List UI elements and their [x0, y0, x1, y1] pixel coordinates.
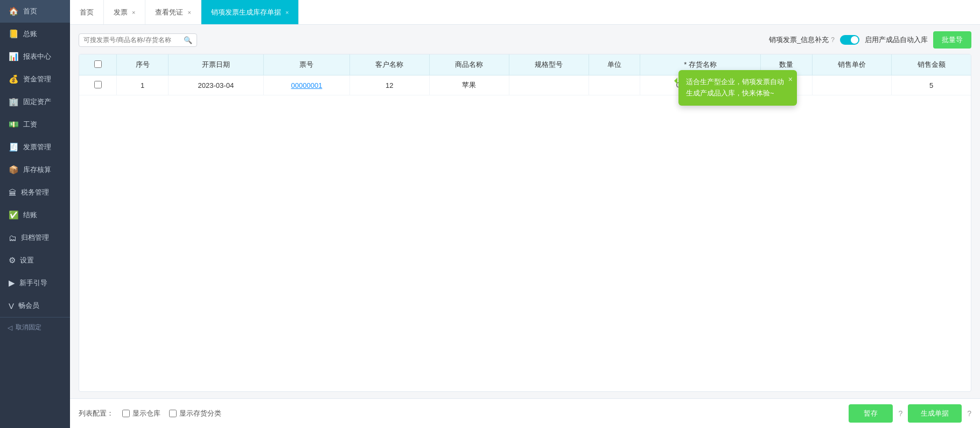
bottom-bar: 列表配置： 显示仓库 显示存货分类 暂存 ? 生成单据 ? [70, 398, 980, 428]
sidebar-item-ledger[interactable]: 📒总账 [0, 23, 70, 45]
tax-icon: 🏛 [9, 188, 17, 197]
col-header-spec: 规格型号 [509, 54, 589, 75]
info-label: 销项发票_信息补充 ? [769, 35, 835, 45]
sidebar-item-tax[interactable]: 🏛税务管理 [0, 181, 70, 204]
settings-icon: ⚙ [9, 256, 16, 265]
cell-number-0[interactable]: 00000001 [264, 75, 350, 95]
col-header-seq: 序号 [117, 54, 168, 75]
main-area: 首页发票×查看凭证×销项发票生成库存单据× 🔍 销项发票_信息补充 ? 启用产成… [70, 0, 980, 428]
close-icon: ✅ [9, 210, 19, 220]
generate-button[interactable]: 生成单据 [908, 404, 962, 423]
sidebar-item-reports[interactable]: 📊报表中心 [0, 45, 70, 68]
search-box[interactable]: 🔍 [79, 33, 197, 47]
member-icon: V [9, 301, 14, 310]
tab-close-invoice[interactable]: × [132, 9, 135, 16]
content-area: 🔍 销项发票_信息补充 ? 启用产成品自动入库 批量导 序号开票日期票号客户名称… [70, 25, 980, 398]
cell-date-0: 2023-03-04 [168, 75, 263, 95]
show-category-checkbox[interactable] [169, 410, 177, 417]
guide-icon: ▶ [9, 278, 15, 288]
tab-close-cancel-invoice[interactable]: × [285, 9, 289, 16]
col-header-unit: 单位 [589, 54, 640, 75]
toggle-label: 启用产成品自动入库 [865, 35, 928, 45]
archive-icon: 🗂 [9, 233, 17, 243]
table-row: 12023-03-040000000112苹果000001 苹果 个5 [79, 75, 971, 95]
home-icon: 🏠 [9, 6, 19, 16]
show-category-check[interactable]: 显示存货分类 [169, 409, 221, 418]
info-icon[interactable]: ? [831, 36, 835, 44]
tooltip-close-button[interactable]: × [788, 73, 793, 85]
config-label: 列表配置： [79, 409, 114, 418]
sidebar: 🏠首页📒总账📊报表中心💰资金管理🏢固定资产💵工资🧾发票管理📦库存核算🏛税务管理✅… [0, 0, 70, 428]
toolbar-left: 🔍 [79, 33, 197, 47]
cell-cost_price-0 [812, 75, 892, 95]
sidebar-item-funds[interactable]: 💰资金管理 [0, 68, 70, 91]
sidebar-item-close[interactable]: ✅结账 [0, 204, 70, 226]
search-icon: 🔍 [184, 36, 192, 44]
tab-cancel-invoice[interactable]: 销项发票生成库存单据× [201, 0, 299, 24]
unpin-button[interactable]: ◁ 取消固定 [0, 317, 70, 337]
show-warehouse-check[interactable]: 显示仓库 [122, 409, 160, 418]
cell-unit-0 [589, 75, 640, 95]
tooltip-popup: × 适合生产型企业，销项发票自动生成产成品入库，快来体验~ [678, 70, 797, 106]
toolbar-right: 销项发票_信息补充 ? 启用产成品自动入库 批量导 [769, 31, 971, 49]
unpin-label: 取消固定 [16, 323, 41, 332]
tab-close-voucher[interactable]: × [187, 9, 191, 16]
col-header-product: 商品名称 [429, 54, 509, 75]
col-header-number: 票号 [264, 54, 350, 75]
cell-product-0: 苹果 [429, 75, 509, 95]
invoice-number-link-0[interactable]: 00000001 [291, 81, 323, 89]
save-button[interactable]: 暂存 [849, 404, 893, 423]
cell-seq-0: 1 [117, 75, 168, 95]
col-header-date: 开票日期 [168, 54, 263, 75]
col-header-amount: 销售金额 [892, 54, 971, 75]
tab-invoice[interactable]: 发票× [104, 0, 145, 24]
reports-icon: 📊 [9, 52, 19, 61]
sidebar-item-invoice-mgmt[interactable]: 🧾发票管理 [0, 136, 70, 158]
sidebar-item-home[interactable]: 🏠首页 [0, 0, 70, 23]
sidebar-item-guide[interactable]: ▶新手引导 [0, 272, 70, 294]
search-input[interactable] [83, 36, 184, 44]
tooltip-text: 适合生产型企业，销项发票自动生成产成品入库，快来体验~ [686, 78, 784, 97]
sidebar-item-salary[interactable]: 💵工资 [0, 113, 70, 136]
salary-icon: 💵 [9, 120, 19, 129]
tab-voucher[interactable]: 查看凭证× [145, 0, 201, 24]
invoice-mgmt-icon: 🧾 [9, 142, 19, 152]
sidebar-item-settings[interactable]: ⚙设置 [0, 249, 70, 272]
toolbar: 🔍 销项发票_信息补充 ? 启用产成品自动入库 批量导 [79, 31, 971, 49]
fixed-assets-icon: 🏢 [9, 97, 19, 107]
col-header-cost_price: 销售单价 [812, 54, 892, 75]
inventory-icon: 📦 [9, 165, 19, 175]
sidebar-item-archive[interactable]: 🗂归档管理 [0, 226, 70, 249]
show-warehouse-checkbox[interactable] [122, 410, 130, 417]
tab-home[interactable]: 首页 [70, 0, 104, 24]
table-wrapper: 序号开票日期票号客户名称商品名称规格型号单位* 存货名称数量销售单价销售金额 1… [79, 54, 971, 392]
sidebar-item-inventory[interactable]: 📦库存核算 [0, 158, 70, 181]
sidebar-item-fixed-assets[interactable]: 🏢固定资产 [0, 91, 70, 113]
cell-amount-0: 5 [892, 75, 971, 95]
auto-warehouse-toggle[interactable] [840, 35, 859, 45]
select-all-checkbox[interactable] [94, 60, 102, 68]
tab-bar: 首页发票×查看凭证×销项发票生成库存单据× [70, 0, 980, 25]
sidebar-item-member[interactable]: V畅会员 [0, 294, 70, 317]
cell-spec-0 [509, 75, 589, 95]
data-table: 序号开票日期票号客户名称商品名称规格型号单位* 存货名称数量销售单价销售金额 1… [79, 54, 971, 95]
generate-help-icon[interactable]: ? [967, 409, 971, 418]
save-help-icon[interactable]: ? [898, 409, 902, 418]
col-header-checkbox [79, 54, 117, 75]
row-checkbox-0[interactable] [94, 81, 102, 88]
funds-icon: 💰 [9, 74, 19, 84]
bottom-actions: 暂存 ? 生成单据 ? [849, 404, 971, 423]
cell-customer-0: 12 [349, 75, 429, 95]
batch-button[interactable]: 批量导 [933, 31, 971, 49]
col-header-customer: 客户名称 [349, 54, 429, 75]
ledger-icon: 📒 [9, 29, 19, 39]
cell-checkbox-0 [79, 75, 117, 95]
unpin-icon: ◁ [8, 324, 12, 332]
